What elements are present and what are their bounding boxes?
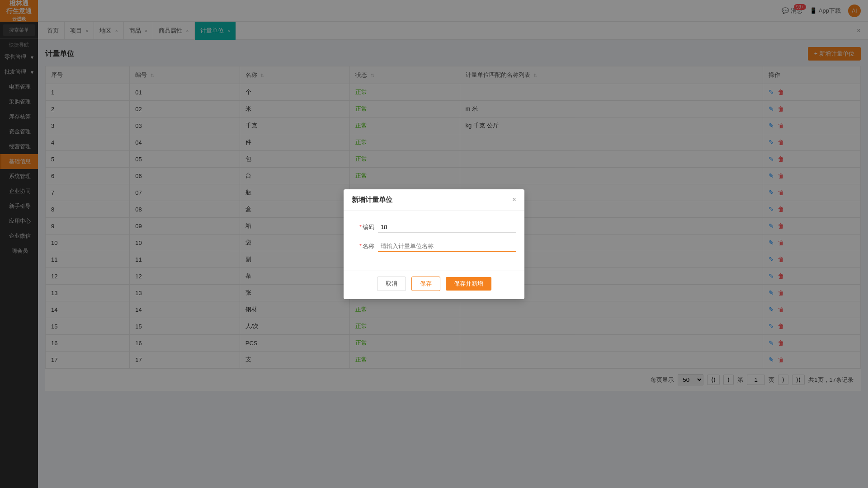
modal-header: 新增计量单位 ×: [344, 189, 524, 211]
modal-body: *编码 *名称: [344, 211, 524, 271]
modal-overlay[interactable]: 新增计量单位 × *编码 *名称 取消 保存 保存并新增: [0, 0, 868, 488]
code-input[interactable]: [378, 222, 516, 233]
save-and-add-button[interactable]: 保存并新增: [446, 277, 491, 291]
form-row-code: *编码: [352, 222, 516, 233]
modal-footer: 取消 保存 保存并新增: [344, 271, 524, 299]
name-input[interactable]: [378, 241, 516, 252]
modal-close-button[interactable]: ×: [512, 196, 516, 204]
modal-title: 新增计量单位: [352, 196, 392, 204]
name-label: *名称: [352, 242, 374, 250]
form-row-name: *名称: [352, 241, 516, 252]
save-button[interactable]: 保存: [411, 277, 440, 291]
cancel-button[interactable]: 取消: [377, 277, 406, 291]
add-uom-modal: 新增计量单位 × *编码 *名称 取消 保存 保存并新增: [344, 189, 524, 299]
code-label: *编码: [352, 223, 374, 231]
required-mark: *: [359, 224, 362, 230]
required-mark2: *: [359, 243, 362, 249]
